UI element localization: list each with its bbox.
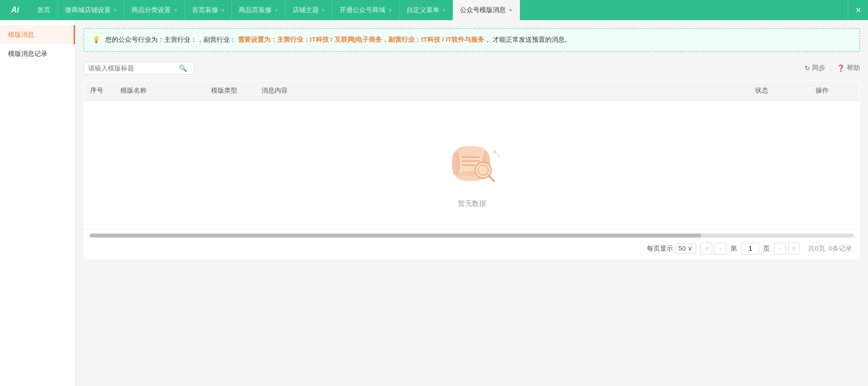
page-size-select: 每页显示 50 ∨	[647, 243, 696, 254]
close-all-tabs-button[interactable]: ✕	[848, 0, 868, 20]
notice-icon: 💡	[92, 36, 100, 43]
close-tab-open-mall-button[interactable]: ×	[388, 7, 391, 13]
page-unit: 页	[763, 244, 770, 253]
empty-state: 暂无数据	[84, 101, 859, 228]
data-table: 序号 模版名称 模版类型 消息内容 状态 操作	[84, 81, 860, 229]
notice-suffix: 才能正常发送预置的消息。	[493, 36, 571, 43]
horizontal-scrollbar[interactable]	[84, 229, 860, 237]
col-status: 状态	[749, 81, 810, 100]
dropdown-arrow: ∨	[688, 245, 693, 252]
page-size-label: 每页显示	[647, 244, 673, 253]
content-area: 💡 您的公众号行业为：主营行业：，副营行业： 需要设置为：主营行业：IT科技 /…	[76, 20, 868, 386]
help-icon: ❓	[837, 64, 845, 72]
scrollbar-thumb[interactable]	[90, 234, 701, 238]
sidebar: 模版消息模版消息记录	[0, 20, 76, 386]
empty-text: 暂无数据	[458, 199, 486, 208]
empty-state-row: 暂无数据	[84, 100, 860, 228]
search-input[interactable]	[88, 64, 179, 72]
first-page-button[interactable]: ⊲	[700, 243, 712, 255]
sidebar-item-template-record[interactable]: 模版消息记录	[0, 44, 75, 63]
sync-icon: ↻	[805, 64, 810, 72]
col-content: 消息内容	[255, 81, 749, 100]
notice-prefix: 您的公众号行业为：主营行业：，副营行业：	[105, 36, 236, 43]
svg-line-10	[489, 176, 494, 181]
notice-highlight: 需要设置为：主营行业：IT科技 / 互联网|电子商务，副营行业：IT科技 / I…	[238, 36, 491, 43]
notice-box: 💡 您的公众号行业为：主营行业：，副营行业： 需要设置为：主营行业：IT科技 /…	[84, 28, 860, 52]
help-label: 帮助	[847, 63, 860, 72]
search-bar: 🔍 ↻ 同步 | ❓ 帮助	[84, 62, 860, 74]
svg-line-13	[496, 153, 497, 154]
close-tab-custom-menu-button[interactable]: ×	[442, 7, 445, 13]
help-button[interactable]: ❓ 帮助	[837, 63, 860, 72]
nav-tab-home[interactable]: 首页	[30, 0, 58, 20]
close-tab-template-msg-button[interactable]: ×	[509, 7, 512, 13]
close-tab-home-decor-button[interactable]: ×	[221, 7, 224, 13]
close-tab-product-decor-button[interactable]: ×	[275, 7, 278, 13]
col-index: 序号	[84, 81, 114, 100]
close-tab-category-settings-button[interactable]: ×	[174, 7, 177, 13]
app-logo: Ai	[0, 0, 30, 20]
nav-tab-template-msg[interactable]: 公众号模版消息×	[453, 0, 519, 20]
col-action: 操作	[810, 81, 860, 100]
scrollbar-track	[90, 234, 854, 238]
close-tab-store-theme-button[interactable]: ×	[322, 7, 325, 13]
divider: |	[830, 64, 832, 72]
svg-point-12	[497, 155, 499, 157]
table-header-row: 序号 模版名称 模版类型 消息内容 状态 操作	[84, 81, 860, 100]
col-name: 模版名称	[114, 81, 205, 100]
page-size-dropdown[interactable]: 50 ∨	[675, 243, 696, 254]
search-input-wrap: 🔍	[84, 62, 194, 74]
nav-tab-shop-settings[interactable]: 微商城店铺设置×	[58, 0, 124, 20]
nav-tab-category-settings[interactable]: 商品分类设置×	[124, 0, 184, 20]
search-icon[interactable]: 🔍	[179, 64, 187, 72]
main-layout: 模版消息模版消息记录 💡 您的公众号行业为：主营行业：，副营行业： 需要设置为：…	[0, 20, 868, 386]
empty-illustration	[442, 131, 502, 191]
nav-tab-custom-menu[interactable]: 自定义菜单×	[399, 0, 453, 20]
prev-page-button[interactable]: ‹	[714, 243, 726, 255]
nav-tab-store-theme[interactable]: 店铺主题×	[286, 0, 332, 20]
nav-tab-open-mall[interactable]: 开通公众号商城×	[332, 0, 399, 20]
page-size-value: 50	[679, 245, 686, 252]
nav-tab-home-decor[interactable]: 首页装修×	[185, 0, 232, 20]
total-info: 共0页, 0条记录	[808, 244, 852, 253]
close-tab-shop-settings-button[interactable]: ×	[114, 7, 117, 13]
page-navigation: ⊲ ‹ 第 页 › ⊳	[700, 243, 800, 255]
page-label: 第	[730, 244, 737, 253]
page-number-input[interactable]	[741, 243, 759, 255]
svg-point-11	[493, 150, 496, 153]
sidebar-item-template-msg[interactable]: 模版消息	[0, 25, 75, 44]
search-actions: ↻ 同步 | ❓ 帮助	[805, 63, 860, 72]
sync-button[interactable]: ↻ 同步	[805, 63, 825, 72]
last-page-button[interactable]: ⊳	[788, 243, 800, 255]
top-navigation: Ai 首页微商城店铺设置×商品分类设置×首页装修×商品页装修×店铺主题×开通公众…	[0, 0, 868, 20]
next-page-button[interactable]: ›	[774, 243, 786, 255]
nav-tab-product-decor[interactable]: 商品页装修×	[232, 0, 285, 20]
col-type: 模版类型	[205, 81, 255, 100]
sync-label: 同步	[812, 63, 825, 72]
pagination: 每页显示 50 ∨ ⊲ ‹ 第 页 › ⊳ 共0页, 0条记录	[84, 237, 860, 260]
svg-point-3	[452, 151, 460, 176]
